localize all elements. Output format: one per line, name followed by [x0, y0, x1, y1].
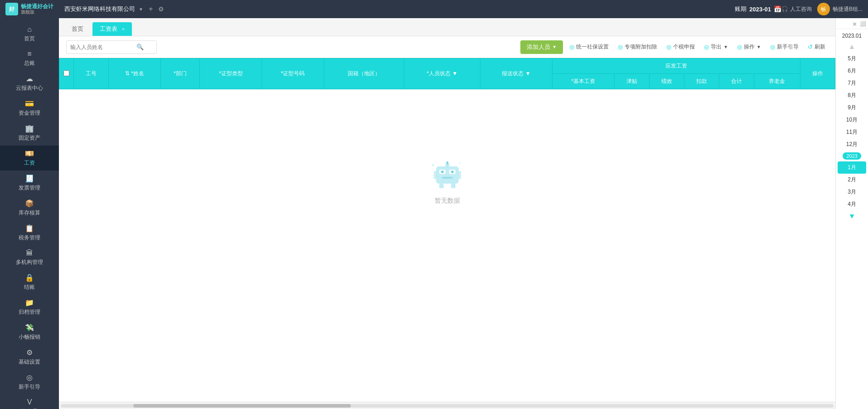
settings-icon[interactable]: ⚙ — [158, 5, 164, 13]
month-2022-11[interactable]: 11月 — [836, 126, 868, 138]
sidebar-item-fund[interactable]: 💳 资金管理 — [0, 96, 59, 121]
month-2023-04[interactable]: 4月 — [836, 198, 868, 210]
svg-rect-7 — [446, 161, 448, 164]
month-2022-07[interactable]: 7月 — [836, 77, 868, 89]
add-person-label: 添加人员 — [527, 43, 550, 51]
sidebar-item-assets[interactable]: 🏢 固定资产 — [0, 121, 59, 146]
social-security-btn[interactable]: ◎ 统一社保设置 — [567, 41, 611, 53]
month-2023-03[interactable]: 3月 — [836, 186, 868, 198]
operation-label: 操作 — [744, 43, 755, 51]
inventory-icon: 📦 — [25, 199, 34, 208]
add-person-button[interactable]: 添加人员 ▼ — [520, 40, 563, 54]
tab-salary-label: 工资表 — [100, 25, 117, 32]
sidebar-item-settings[interactable]: ⚙ 基础设置 — [0, 345, 59, 370]
sidebar-label-assets: 固定资产 — [19, 134, 40, 142]
month-2022-05[interactable]: 5月 — [836, 53, 868, 65]
svg-text:✦: ✦ — [459, 162, 461, 165]
company-selector[interactable]: 西安虾米网络科技有限公司 ▼ + ⚙ — [64, 5, 735, 13]
scrollbar-track[interactable] — [61, 404, 834, 408]
month-2022-09[interactable]: 9月 — [836, 102, 868, 114]
sidebar-item-cloud-report[interactable]: ☁ 云报表中心 — [0, 71, 59, 96]
sidebar-item-tax[interactable]: 📋 税务管理 — [0, 220, 59, 245]
month-2022-12[interactable]: 12月 — [836, 138, 868, 151]
month-2022-06[interactable]: 6月 — [836, 65, 868, 77]
app-logo-icon: 好 — [5, 3, 18, 15]
month-2023-01[interactable]: 1月 — [838, 161, 866, 174]
sidebar-item-home[interactable]: ⌂ 首页 — [0, 22, 59, 46]
sidebar-item-closing[interactable]: 🔒 结账 — [0, 270, 59, 295]
tax-icon: 📋 — [25, 224, 34, 233]
select-all-checkbox[interactable] — [63, 70, 69, 76]
col-name: ⇅ *姓名 — [109, 58, 161, 89]
user-avatar: 畅 — [817, 3, 830, 15]
next-period-btn[interactable]: ▼ — [847, 210, 858, 222]
app-title: 畅捷通好会计 — [21, 3, 53, 10]
search-box[interactable]: 🔍 — [66, 40, 157, 54]
select-all-header[interactable] — [59, 58, 74, 89]
sidebar-item-inventory[interactable]: 📦 库存核算 — [0, 195, 59, 220]
special-deduction-label: 专项附加扣除 — [625, 43, 657, 51]
month-2022-10[interactable]: 10月 — [836, 114, 868, 126]
search-icon[interactable]: 🔍 — [136, 44, 144, 50]
operation-icon: ◎ — [737, 44, 742, 50]
tab-salary-table[interactable]: 工资表 × — [92, 22, 132, 36]
sidebar: ⌂ 首页 ≡ 总账 ☁ 云报表中心 💳 资金管理 🏢 固定资产 💴 工资 🧾 发… — [0, 18, 59, 409]
bottom-scrollbar[interactable] — [59, 402, 835, 409]
sidebar-label-expense: 小畅报销 — [19, 333, 40, 341]
sidebar-item-expense[interactable]: 💸 小畅报销 — [0, 320, 59, 345]
headset-icon: 🎧 — [781, 6, 788, 12]
archive-icon: 📁 — [25, 298, 34, 307]
refresh-btn[interactable]: ↺ 刷新 — [805, 41, 828, 53]
window-controls: ✕ ⬜ — [836, 20, 868, 29]
tab-home[interactable]: 首页 — [64, 22, 91, 36]
sidebar-item-guide[interactable]: ◎ 新手引导 — [0, 370, 59, 394]
operation-btn[interactable]: ◎ 操作 ▼ — [734, 41, 764, 53]
service-label: 人工咨询 — [790, 5, 812, 13]
search-input[interactable] — [70, 44, 134, 50]
sidebar-item-ledger[interactable]: ≡ 总账 — [0, 46, 59, 71]
export-label: 导出 — [711, 43, 722, 51]
empty-state-cell: ✦ ✦ 暂无数据 — [59, 89, 835, 271]
svg-point-4 — [451, 170, 454, 173]
sidebar-label-fund: 资金管理 — [19, 109, 40, 117]
personal-tax-icon: ◎ — [666, 44, 671, 50]
special-deduction-btn[interactable]: ◎ 专项附加扣除 — [615, 41, 660, 53]
month-2023-02[interactable]: 2月 — [836, 174, 868, 186]
guide-label: 新手引导 — [777, 43, 799, 51]
ledger-icon: ≡ — [27, 50, 31, 58]
social-security-icon: ◎ — [569, 44, 574, 50]
sidebar-item-salary[interactable]: 💴 工资 — [0, 146, 59, 170]
calendar-icon[interactable]: 📅 — [774, 5, 781, 13]
add-company-icon[interactable]: + — [149, 5, 153, 13]
sidebar-label-inventory: 库存核算 — [19, 209, 40, 217]
tab-close-icon[interactable]: × — [122, 26, 125, 32]
user-info[interactable]: 畅 畅捷通B组... — [817, 3, 863, 15]
scrollbar-thumb[interactable] — [133, 404, 351, 408]
top-header: 好 畅捷通好会计 旗舰版 西安虾米网络科技有限公司 ▼ + ⚙ 账期 2023-… — [0, 0, 868, 18]
period-value: 2023-01 — [749, 6, 771, 13]
close-window-icon[interactable]: ✕ — [852, 21, 857, 28]
user-service-btn[interactable]: 🎧 人工咨询 — [781, 5, 812, 13]
salary-icon: 💴 — [25, 149, 34, 158]
social-security-label: 统一社保设置 — [576, 43, 609, 51]
prev-period-btn[interactable]: ▲ — [847, 41, 858, 53]
col-report-status: 报送状态 ▼ — [480, 58, 553, 89]
app-edition: 旗舰版 — [21, 10, 53, 15]
col-nationality: 国籍（地区） — [324, 58, 404, 89]
sidebar-item-multi-org[interactable]: 🏛 多机构管理 — [0, 245, 59, 270]
company-name: 西安虾米网络科技有限公司 — [64, 5, 135, 13]
tab-bar: 首页 工资表 × — [59, 18, 835, 36]
svg-rect-8 — [434, 171, 436, 179]
personal-tax-btn[interactable]: ◎ 个税申报 — [664, 41, 698, 53]
guide-btn[interactable]: ◎ 新手引导 — [767, 41, 801, 53]
export-btn[interactable]: ◎ 导出 ▼ — [701, 41, 731, 53]
sidebar-item-invoice[interactable]: 🧾 发票管理 — [0, 170, 59, 195]
empty-icon: ✦ ✦ — [429, 155, 466, 191]
logo-area: 好 畅捷通好会计 旗舰版 — [5, 3, 64, 15]
closing-icon: 🔒 — [25, 273, 34, 282]
maximize-window-icon[interactable]: ⬜ — [860, 21, 866, 28]
month-2022-08[interactable]: 8月 — [836, 89, 868, 102]
sidebar-item-archive[interactable]: 📁 归档管理 — [0, 295, 59, 320]
sidebar-item-member[interactable]: V 畅会员 — [0, 394, 59, 409]
col-deduction: 扣款 — [684, 74, 719, 89]
